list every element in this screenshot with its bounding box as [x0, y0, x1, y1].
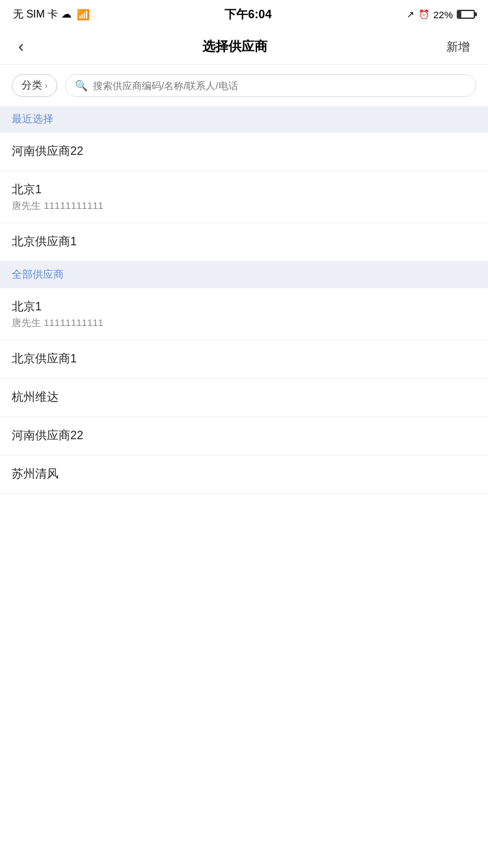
alarm-icon: ⏰ — [418, 9, 429, 20]
time-display: 下午6:04 — [224, 7, 271, 22]
supplier-name: 河南供应商22 — [12, 427, 476, 443]
back-button[interactable]: ‹ — [13, 31, 29, 62]
list-item[interactable]: 北京供应商1 — [0, 340, 488, 379]
status-left: 无 SIM 卡 ☁ 📶 — [13, 8, 90, 21]
nav-bar: ‹ 选择供应商 新增 — [0, 29, 488, 65]
supplier-name: 苏州清风 — [12, 466, 476, 481]
status-bar: 无 SIM 卡 ☁ 📶 下午6:04 ↗ ⏰ 22% — [0, 0, 488, 29]
supplier-name: 河南供应商22 — [12, 143, 476, 159]
list-item[interactable]: 杭州维达 — [0, 379, 488, 417]
battery-icon — [457, 10, 475, 19]
list-item[interactable]: 北京1唐先生 11111111111 — [0, 288, 488, 340]
wifi-icon: 📶 — [77, 8, 90, 21]
list-item[interactable]: 河南供应商22 — [0, 417, 488, 455]
location-icon: ↗ — [407, 9, 414, 20]
list-item[interactable]: 北京供应商1 — [0, 223, 488, 262]
list-item[interactable]: 河南供应商22 — [0, 133, 488, 171]
all-items-list: 北京1唐先生 11111111111北京供应商1杭州维达河南供应商22苏州清风 — [0, 288, 488, 494]
supplier-name: 杭州维达 — [12, 389, 476, 405]
search-input[interactable] — [93, 80, 467, 91]
list-item[interactable]: 苏州清风 — [0, 455, 488, 494]
search-box: 🔍 — [65, 74, 476, 97]
status-right: ↗ ⏰ 22% — [407, 9, 475, 20]
sim-label: 无 SIM 卡 ☁ — [13, 8, 72, 21]
add-new-button[interactable]: 新增 — [441, 34, 475, 60]
supplier-contact: 唐先生 11111111111 — [12, 200, 476, 212]
supplier-contact: 唐先生 11111111111 — [12, 317, 476, 329]
supplier-name: 北京供应商1 — [12, 234, 476, 249]
all-section-header: 全部供应商 — [0, 262, 488, 288]
chevron-right-icon: › — [45, 81, 47, 90]
supplier-name: 北京1 — [12, 299, 476, 314]
recent-section-header: 最近选择 — [0, 106, 488, 133]
category-label: 分类 — [21, 79, 42, 92]
filter-bar: 分类 › 🔍 — [0, 65, 488, 106]
all-section-label: 全部供应商 — [12, 269, 64, 280]
page-title: 选择供应商 — [202, 38, 267, 55]
recent-items-list: 河南供应商22北京1唐先生 11111111111北京供应商1 — [0, 133, 488, 262]
supplier-name: 北京1 — [12, 182, 476, 197]
supplier-name: 北京供应商1 — [12, 351, 476, 366]
list-item[interactable]: 北京1唐先生 11111111111 — [0, 171, 488, 223]
recent-section-label: 最近选择 — [12, 113, 53, 124]
battery-percent: 22% — [433, 9, 453, 20]
category-button[interactable]: 分类 › — [12, 74, 57, 97]
search-icon: 🔍 — [75, 79, 88, 92]
